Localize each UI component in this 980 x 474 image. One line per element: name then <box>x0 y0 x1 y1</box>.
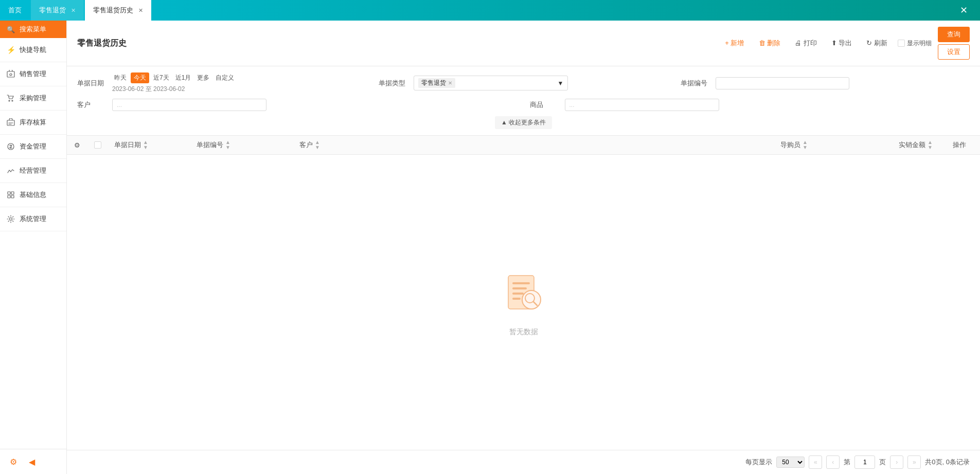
last-page-btn[interactable]: » <box>907 455 921 469</box>
svg-rect-8 <box>8 195 10 198</box>
tab-retail-return-history-close[interactable]: ✕ <box>138 7 143 14</box>
filter-row-2: 客户 ... 商品 ... <box>77 99 970 111</box>
svg-rect-18 <box>512 298 521 300</box>
print-button[interactable]: 🖨 打印 <box>791 37 821 50</box>
add-button[interactable]: + 新增 <box>721 37 748 50</box>
docno-input[interactable] <box>716 77 849 89</box>
tab-retail-return-history-label: 零售退货历史 <box>93 6 133 15</box>
date-buttons: 昨天 今天 近7天 近1月 更多 自定义 <box>112 72 236 83</box>
customer-filter: 客户 ... <box>77 99 518 111</box>
svg-point-3 <box>12 100 13 101</box>
th-docno-sort: ▲▼ <box>225 140 230 150</box>
sidebar-item-finance[interactable]: 资金管理 <box>0 135 66 159</box>
sidebar-item-basic[interactable]: 基础信息 <box>0 183 66 207</box>
header-actions: + 新增 🗑 删除 🖨 打印 ⬆ 导出 ↻ 刷新 显示明细 查询 设置 <box>721 27 970 60</box>
date-btn-more[interactable]: 更多 <box>195 72 211 83</box>
page-unit: 页 <box>879 458 886 467</box>
th-customer[interactable]: 客户 ▲▼ <box>293 140 774 150</box>
th-guide-sort: ▲▼ <box>803 140 808 150</box>
svg-point-10 <box>10 218 12 221</box>
th-docno[interactable]: 单据编号 ▲▼ <box>190 140 293 150</box>
action-buttons: 查询 设置 <box>938 27 970 60</box>
th-amount-label: 实销金额 <box>899 140 925 150</box>
first-page-btn[interactable]: « <box>809 455 822 469</box>
export-button[interactable]: ⬆ 导出 <box>827 37 857 50</box>
th-amount-sort: ▲▼ <box>928 140 933 150</box>
th-amount[interactable]: 实销金额 ▲▼ <box>857 140 939 150</box>
filter-row-1: 单据日期 昨天 今天 近7天 近1月 更多 自定义 2023-06-02 至 2… <box>77 72 970 94</box>
sidebar-bottom: ⚙ ◀ <box>0 449 66 474</box>
refresh-button[interactable]: ↻ 刷新 <box>862 37 892 50</box>
top-bar: 首页 零售退货 ✕ 零售退货历史 ✕ ✕ <box>0 0 980 21</box>
tab-home[interactable]: 首页 <box>0 0 30 21</box>
setting-button[interactable]: 设置 <box>938 44 970 60</box>
docno-label: 单据编号 <box>681 79 711 88</box>
th-op-label: 操作 <box>953 140 966 150</box>
sidebar-item-inventory[interactable]: 库存核算 <box>0 111 66 135</box>
sidebar-search[interactable]: 🔍 搜索菜单 <box>0 21 66 38</box>
type-tag-label: 零售退货 <box>421 79 446 87</box>
page-label: 第 <box>844 458 850 467</box>
basic-icon <box>6 190 15 199</box>
th-customer-label: 客户 <box>299 140 313 150</box>
sidebar-item-sales-label: 销售管理 <box>20 69 46 79</box>
sidebar-item-quick-nav-label: 快捷导航 <box>20 45 46 54</box>
table-header: ⚙ 单据日期 ▲▼ 单据编号 ▲▼ 客户 ▲▼ 导购员 <box>67 136 980 155</box>
header-checkbox[interactable] <box>94 141 101 149</box>
show-detail-checkbox[interactable]: 显示明细 <box>898 39 932 48</box>
page-input[interactable] <box>854 455 875 469</box>
customer-placeholder: ... <box>117 101 122 108</box>
tab-retail-return[interactable]: 零售退货 ✕ <box>31 0 84 21</box>
sidebar-item-system[interactable]: 系统管理 <box>0 207 66 231</box>
pagination: 每页显示 50 20 100 « ‹ 第 页 › » 共0页, 0条记录 <box>67 450 980 474</box>
th-guide[interactable]: 导购员 ▲▼ <box>774 140 857 150</box>
sidebar-item-quick-nav[interactable]: ⚡ 快捷导航 <box>0 38 66 62</box>
customer-select[interactable]: ... <box>112 99 266 111</box>
content-area: 零售退货历史 + 新增 🗑 删除 🖨 打印 ⬆ 导出 ↻ 刷新 显示明细 查询 … <box>67 21 980 474</box>
query-button[interactable]: 查询 <box>938 27 970 42</box>
quick-nav-icon: ⚡ <box>6 45 15 54</box>
th-gear[interactable]: ⚙ <box>67 141 87 149</box>
system-icon <box>6 214 15 224</box>
date-btn-custom[interactable]: 自定义 <box>213 72 236 83</box>
show-detail-check[interactable] <box>898 40 905 47</box>
goods-select[interactable]: ... <box>565 99 719 111</box>
window-close-btn[interactable]: ✕ <box>956 3 972 18</box>
th-checkbox[interactable] <box>87 141 108 149</box>
search-icon: 🔍 <box>6 25 15 34</box>
sidebar: 🔍 搜索菜单 ⚡ 快捷导航 销售管理 采购管理 <box>0 21 67 474</box>
date-btn-yesterday[interactable]: 昨天 <box>112 72 129 83</box>
prev-page-btn[interactable]: ‹ <box>826 455 840 469</box>
svg-point-15 <box>522 290 541 309</box>
svg-rect-7 <box>11 192 14 194</box>
tab-home-label: 首页 <box>8 6 22 15</box>
collapse-filter-btn[interactable]: ▲ 收起更多条件 <box>495 116 552 129</box>
type-tag-close[interactable]: ✕ <box>448 80 452 86</box>
tab-retail-return-history[interactable]: 零售退货历史 ✕ <box>85 0 151 21</box>
type-dropdown-icon: ▼ <box>557 80 563 87</box>
collapse-sidebar-btn[interactable]: ◀ <box>25 454 39 469</box>
date-btn-today[interactable]: 今天 <box>131 72 149 83</box>
svg-rect-0 <box>7 71 14 77</box>
type-select[interactable]: 零售退货 ✕ ▼ <box>414 76 568 90</box>
th-customer-sort: ▲▼ <box>315 140 320 150</box>
sidebar-item-ops[interactable]: 经营管理 <box>0 159 66 183</box>
sidebar-item-purchase[interactable]: 采购管理 <box>0 86 66 111</box>
delete-button[interactable]: 🗑 删除 <box>755 37 785 50</box>
th-op: 操作 <box>939 140 980 150</box>
next-page-btn[interactable]: › <box>890 455 903 469</box>
sales-icon <box>6 69 15 79</box>
tab-retail-return-close[interactable]: ✕ <box>71 7 76 14</box>
page-header: 零售退货历史 + 新增 🗑 删除 🖨 打印 ⬆ 导出 ↻ 刷新 显示明细 查询 … <box>67 21 980 66</box>
date-btn-1month[interactable]: 近1月 <box>173 72 193 83</box>
sidebar-item-inventory-label: 库存核算 <box>20 118 46 127</box>
sidebar-item-sales[interactable]: 销售管理 <box>0 62 66 86</box>
sidebar-item-system-label: 系统管理 <box>20 214 46 224</box>
date-filter: 单据日期 昨天 今天 近7天 近1月 更多 自定义 2023-06-02 至 2… <box>77 72 366 94</box>
per-page-select[interactable]: 50 20 100 <box>776 457 805 468</box>
svg-point-1 <box>10 74 12 76</box>
th-date[interactable]: 单据日期 ▲▼ <box>108 140 190 150</box>
date-btn-7days[interactable]: 近7天 <box>151 72 171 83</box>
sidebar-item-purchase-label: 采购管理 <box>20 94 46 103</box>
settings-btn[interactable]: ⚙ <box>6 454 21 469</box>
